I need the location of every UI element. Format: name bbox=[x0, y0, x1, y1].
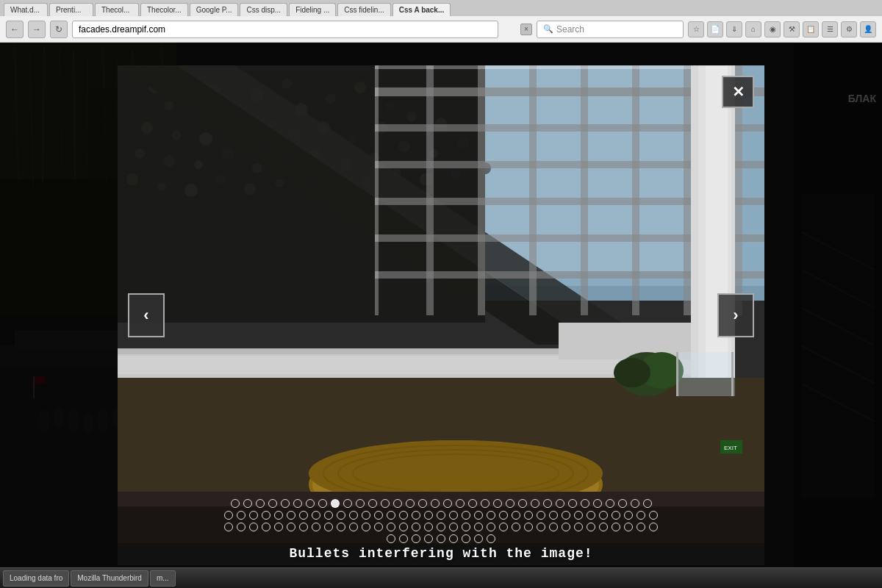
bullet-4-3[interactable] bbox=[412, 534, 420, 543]
bullet-3-11[interactable] bbox=[349, 523, 358, 531]
bullet-1-6[interactable] bbox=[293, 499, 302, 508]
bullet-3-6[interactable] bbox=[287, 523, 295, 531]
bullet-1-29[interactable] bbox=[581, 499, 589, 508]
bullet-3-13[interactable] bbox=[374, 523, 383, 531]
bullet-2-8[interactable] bbox=[312, 511, 320, 520]
tab-4[interactable]: Thecolor... bbox=[140, 3, 188, 16]
bullet-4-7[interactable] bbox=[462, 534, 470, 543]
bullet-1-17[interactable] bbox=[431, 499, 440, 508]
bullet-2-28[interactable] bbox=[562, 511, 570, 520]
bullet-2-35[interactable] bbox=[649, 511, 658, 520]
bullet-3-22[interactable] bbox=[487, 523, 495, 531]
bullet-1-4[interactable] bbox=[268, 499, 277, 508]
bullet-3-8[interactable] bbox=[312, 523, 320, 531]
bullet-3-17[interactable] bbox=[424, 523, 433, 531]
bullet-4-1[interactable] bbox=[387, 534, 395, 543]
bullet-2-11[interactable] bbox=[349, 511, 358, 520]
bullet-2-14[interactable] bbox=[387, 511, 395, 520]
bullet-2-34[interactable] bbox=[637, 511, 645, 520]
bullet-3-21[interactable] bbox=[474, 523, 483, 531]
bullet-1-30[interactable] bbox=[593, 499, 602, 508]
bullet-2-31[interactable] bbox=[599, 511, 608, 520]
close-button[interactable]: ✕ bbox=[722, 76, 754, 108]
bullet-1-14[interactable] bbox=[393, 499, 402, 508]
taskbar-item-2[interactable]: m... bbox=[150, 570, 176, 587]
bullet-1-11[interactable] bbox=[356, 499, 365, 508]
bullet-4-8[interactable] bbox=[474, 534, 483, 543]
bullet-1-10[interactable] bbox=[343, 499, 352, 508]
bullet-2-30[interactable] bbox=[587, 511, 595, 520]
bullet-3-19[interactable] bbox=[449, 523, 458, 531]
tab-3[interactable]: Thecol... bbox=[95, 3, 139, 16]
avatar-icon[interactable]: 👤 bbox=[860, 21, 876, 37]
address-bar[interactable]: facades.dreampif.com bbox=[72, 21, 498, 38]
bullet-2-2[interactable] bbox=[237, 511, 245, 520]
bullet-2-22[interactable] bbox=[487, 511, 495, 520]
bullet-1-13[interactable] bbox=[381, 499, 390, 508]
bullet-1-34[interactable] bbox=[643, 499, 652, 508]
bullet-3-3[interactable] bbox=[249, 523, 258, 531]
download-icon[interactable]: ⇓ bbox=[726, 21, 742, 37]
bullet-1-5[interactable] bbox=[281, 499, 290, 508]
bullet-4-6[interactable] bbox=[449, 534, 458, 543]
clipboard-icon[interactable]: 📋 bbox=[803, 21, 819, 37]
bullet-3-32[interactable] bbox=[612, 523, 620, 531]
home-icon[interactable]: ⌂ bbox=[745, 21, 761, 37]
bullet-1-18[interactable] bbox=[443, 499, 452, 508]
bullet-1-3[interactable] bbox=[256, 499, 265, 508]
bullet-2-6[interactable] bbox=[287, 511, 295, 520]
bullet-1-28[interactable] bbox=[568, 499, 577, 508]
bullet-2-12[interactable] bbox=[362, 511, 370, 520]
bookmark-icon[interactable]: ☆ bbox=[688, 21, 704, 37]
bullet-2-9[interactable] bbox=[324, 511, 333, 520]
bullet-1-32[interactable] bbox=[618, 499, 627, 508]
bullet-3-18[interactable] bbox=[437, 523, 445, 531]
bullet-4-9[interactable] bbox=[487, 534, 495, 543]
bullet-1-23[interactable] bbox=[506, 499, 514, 508]
back-button[interactable]: ← bbox=[6, 21, 24, 38]
bullet-4-5[interactable] bbox=[437, 534, 445, 543]
bullet-2-1[interactable] bbox=[224, 511, 233, 520]
bullet-2-25[interactable] bbox=[524, 511, 533, 520]
bullet-2-26[interactable] bbox=[537, 511, 545, 520]
bullet-3-23[interactable] bbox=[499, 523, 508, 531]
next-button[interactable]: › bbox=[717, 293, 754, 337]
search-bar[interactable]: 🔍 Search bbox=[537, 21, 684, 38]
bullet-1-16[interactable] bbox=[418, 499, 427, 508]
bullet-3-5[interactable] bbox=[274, 523, 283, 531]
bullet-4-4[interactable] bbox=[424, 534, 433, 543]
bullet-3-26[interactable] bbox=[537, 523, 545, 531]
bullet-1-8[interactable] bbox=[318, 499, 327, 508]
bullet-1-1[interactable] bbox=[231, 499, 240, 508]
bullet-2-15[interactable] bbox=[399, 511, 408, 520]
bullet-3-1[interactable] bbox=[224, 523, 233, 531]
addon-icon[interactable]: ⚒ bbox=[784, 21, 800, 37]
bullet-2-7[interactable] bbox=[299, 511, 308, 520]
reload-button[interactable]: ↻ bbox=[50, 21, 68, 38]
bullet-1-24[interactable] bbox=[518, 499, 527, 508]
bullet-1-2[interactable] bbox=[243, 499, 252, 508]
bullet-2-16[interactable] bbox=[412, 511, 420, 520]
bullet-3-2[interactable] bbox=[237, 523, 245, 531]
bullet-3-7[interactable] bbox=[299, 523, 308, 531]
privacy-icon[interactable]: ◉ bbox=[764, 21, 781, 37]
bullet-2-3[interactable] bbox=[249, 511, 258, 520]
bullet-2-5[interactable] bbox=[274, 511, 283, 520]
bullet-3-29[interactable] bbox=[574, 523, 583, 531]
prev-button[interactable]: ‹ bbox=[128, 293, 165, 337]
bullet-3-35[interactable] bbox=[649, 523, 658, 531]
bullet-1-26[interactable] bbox=[543, 499, 552, 508]
bullet-3-25[interactable] bbox=[524, 523, 533, 531]
bullet-2-33[interactable] bbox=[624, 511, 633, 520]
bullet-1-31[interactable] bbox=[606, 499, 614, 508]
tab-5[interactable]: Google P... bbox=[190, 3, 239, 16]
tab-7[interactable]: Fideling ... bbox=[289, 3, 336, 16]
tab-6[interactable]: Css disp... bbox=[240, 3, 287, 16]
bullet-3-20[interactable] bbox=[462, 523, 470, 531]
reading-icon[interactable]: 📄 bbox=[707, 21, 723, 37]
bullet-2-19[interactable] bbox=[449, 511, 458, 520]
bullet-2-13[interactable] bbox=[374, 511, 383, 520]
bullet-3-28[interactable] bbox=[562, 523, 570, 531]
settings-icon[interactable]: ⚙ bbox=[841, 21, 857, 37]
bullet-1-7[interactable] bbox=[306, 499, 315, 508]
